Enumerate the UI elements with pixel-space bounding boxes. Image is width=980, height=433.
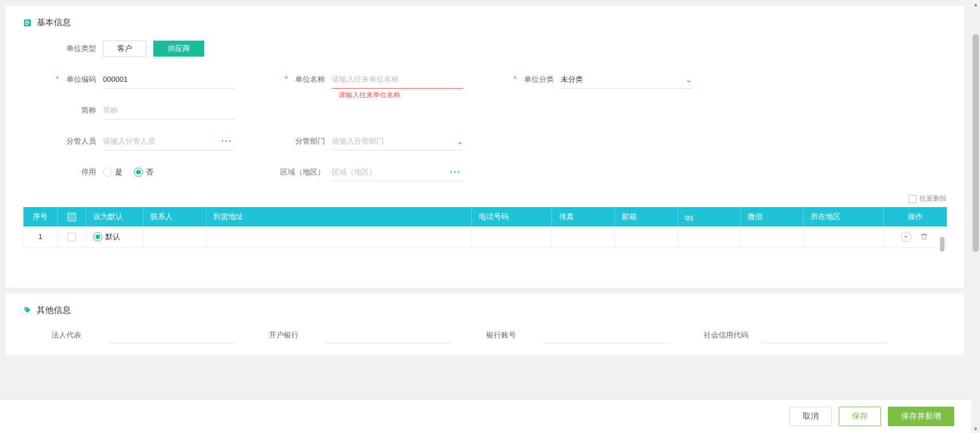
chevron-down-icon: ⌄ bbox=[685, 75, 692, 84]
col-checkbox bbox=[58, 207, 86, 227]
cell-wechat[interactable] bbox=[741, 227, 804, 247]
chevron-down-icon: ⌄ bbox=[457, 137, 463, 146]
account-label: 银行账号 bbox=[486, 330, 543, 340]
region-placeholder: 区域（地区） bbox=[332, 167, 448, 177]
short-name-label: 简称 bbox=[51, 105, 103, 116]
batch-delete-label: 批量删除 bbox=[919, 194, 947, 204]
contacts-table: 序号 设为默认 联系人 到货地址 电话号码 传真 邮箱 qq 微信 所在地区 操… bbox=[23, 207, 947, 248]
row-default-label: 默认 bbox=[105, 232, 120, 242]
disabled-no-radio[interactable]: 否 bbox=[134, 167, 153, 177]
disabled-yes-label: 是 bbox=[115, 167, 122, 177]
cell-email[interactable] bbox=[615, 227, 678, 247]
disabled-yes-radio[interactable]: 是 bbox=[103, 167, 122, 177]
svg-rect-1 bbox=[25, 21, 29, 22]
page-scrollbar[interactable]: ▲ ▼ bbox=[971, 0, 980, 412]
add-row-icon[interactable]: + bbox=[901, 232, 911, 242]
dept-placeholder: 请输入分管部门 bbox=[332, 136, 457, 146]
dept-select[interactable]: 请输入分管部门 ⌄ bbox=[332, 132, 463, 150]
delete-row-icon[interactable] bbox=[919, 232, 930, 242]
save-button[interactable]: 保存 bbox=[839, 407, 881, 412]
cell-address[interactable] bbox=[207, 227, 472, 247]
ellipsis-icon[interactable]: ··· bbox=[448, 167, 463, 177]
unit-category-value: 未分类 bbox=[561, 74, 685, 85]
unit-name-label: 单位名称 bbox=[280, 74, 332, 85]
bank-input[interactable] bbox=[326, 327, 452, 343]
copy-icon bbox=[908, 195, 916, 203]
cell-contact[interactable] bbox=[144, 227, 207, 247]
form-icon bbox=[23, 18, 32, 27]
cell-fax[interactable] bbox=[552, 227, 615, 247]
unit-name-input[interactable] bbox=[332, 70, 463, 89]
unit-code-input[interactable] bbox=[103, 70, 235, 89]
credit-code-label: 社会信用代码 bbox=[704, 330, 761, 340]
col-qq: qq bbox=[678, 207, 741, 227]
legal-rep-label: 法人代表 bbox=[51, 330, 109, 340]
manager-select[interactable]: 请输入分管人员 ··· bbox=[103, 132, 235, 150]
disabled-label: 停用 bbox=[51, 167, 103, 177]
cell-region[interactable] bbox=[804, 227, 884, 247]
region-select[interactable]: 区域（地区） ··· bbox=[332, 163, 463, 181]
scroll-thumb[interactable] bbox=[973, 34, 979, 252]
table-row: 1 默认 bbox=[23, 227, 947, 247]
region-label: 区域（地区） bbox=[280, 167, 332, 177]
cell-phone[interactable] bbox=[472, 227, 552, 247]
account-input[interactable] bbox=[543, 327, 669, 343]
cell-qq[interactable] bbox=[678, 227, 741, 247]
row-default-radio[interactable]: 默认 bbox=[93, 232, 136, 242]
unit-type-label: 单位类型 bbox=[51, 43, 103, 54]
batch-delete-button[interactable]: 批量删除 bbox=[23, 194, 947, 204]
unit-code-label: 单位编码 bbox=[51, 74, 103, 85]
cancel-button[interactable]: 取消 bbox=[789, 407, 832, 412]
credit-code-input[interactable] bbox=[761, 327, 887, 343]
basic-info-card: 基本信息 单位类型 客户 供应商 单位编码 单位名称 请输入往来单位名称 bbox=[6, 6, 964, 288]
row-checkbox[interactable] bbox=[68, 233, 76, 241]
unit-category-label: 单位分类 bbox=[509, 74, 561, 85]
other-info-card: 其他信息 法人代表 开户银行 银行账号 社会信用代码 bbox=[6, 293, 964, 355]
basic-section-title: 基本信息 bbox=[37, 17, 71, 28]
row-index: 1 bbox=[23, 227, 58, 247]
col-index: 序号 bbox=[23, 207, 58, 227]
bank-label: 开户银行 bbox=[269, 330, 326, 340]
scroll-up-icon[interactable]: ▲ bbox=[971, 0, 980, 9]
col-default: 设为默认 bbox=[86, 207, 144, 227]
col-phone: 电话号码 bbox=[472, 207, 552, 227]
unit-category-select[interactable]: 未分类 ⌄ bbox=[561, 70, 692, 89]
short-name-input[interactable] bbox=[103, 101, 235, 120]
unit-type-supplier-button[interactable]: 供应商 bbox=[153, 41, 204, 57]
save-and-new-button[interactable]: 保存并新增 bbox=[888, 407, 954, 412]
col-contact: 联系人 bbox=[144, 207, 207, 227]
ellipsis-icon[interactable]: ··· bbox=[219, 136, 235, 146]
other-section-title: 其他信息 bbox=[37, 305, 71, 316]
select-all-checkbox[interactable] bbox=[68, 213, 76, 221]
col-address: 到货地址 bbox=[207, 207, 472, 227]
manager-label: 分管人员 bbox=[51, 136, 103, 146]
col-email: 邮箱 bbox=[615, 207, 678, 227]
col-ops: 操作 bbox=[884, 207, 947, 227]
disabled-no-label: 否 bbox=[146, 167, 153, 177]
footer-bar: 取消 保存 保存并新增 bbox=[0, 399, 971, 412]
tag-icon bbox=[23, 305, 32, 315]
svg-rect-2 bbox=[25, 22, 30, 23]
table-scrollbar[interactable] bbox=[940, 237, 945, 252]
manager-placeholder: 请输入分管人员 bbox=[103, 136, 219, 146]
unit-type-customer-button[interactable]: 客户 bbox=[103, 41, 146, 57]
svg-point-4 bbox=[26, 308, 27, 309]
svg-rect-3 bbox=[25, 24, 28, 25]
unit-name-error: 请输入往来单位名称 bbox=[339, 90, 400, 100]
col-wechat: 微信 bbox=[741, 207, 804, 227]
col-fax: 传真 bbox=[552, 207, 615, 227]
basic-section-header: 基本信息 bbox=[23, 17, 947, 28]
col-region: 所在地区 bbox=[804, 207, 884, 227]
dept-label: 分管部门 bbox=[280, 136, 332, 146]
legal-rep-input[interactable] bbox=[109, 327, 235, 343]
other-section-header: 其他信息 bbox=[23, 305, 947, 316]
